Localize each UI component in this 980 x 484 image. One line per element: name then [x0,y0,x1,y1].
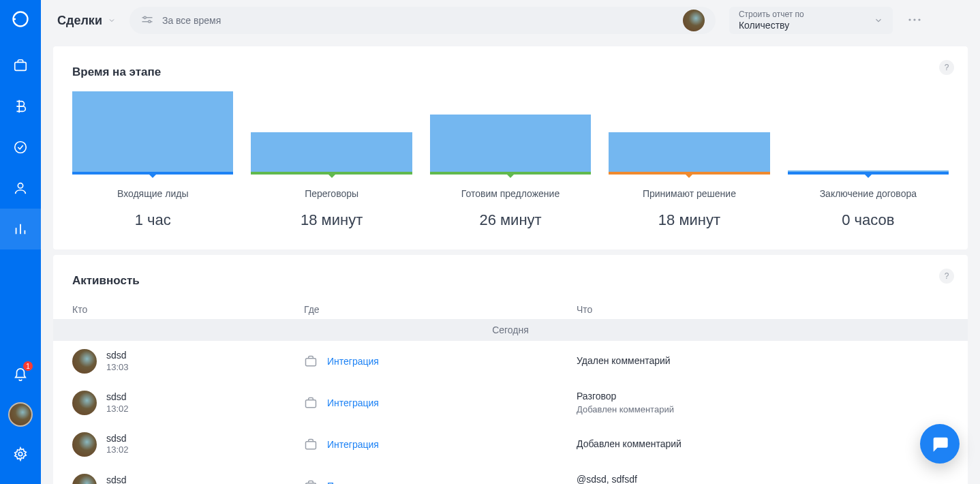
activity-user-name: sdsd [106,432,129,444]
activity-what: Удален комментарий [577,354,949,368]
nav-item-finance[interactable] [0,86,41,127]
activity-where: Печать визиток [304,479,577,484]
activity-col-who: Кто [72,304,304,315]
chat-fab[interactable] [920,424,960,464]
svg-rect-1 [15,62,27,70]
avatar[interactable] [72,391,97,415]
activity-what-sub: Добавлен комментарий [577,404,949,416]
activity-timestamp: 13:03 [106,362,129,374]
stage-bar-wrap [72,91,233,172]
notification-badge: 1 [23,361,33,371]
filter-avatar[interactable] [683,10,705,31]
activity-row[interactable]: sdsd 13:02 Интеграция Добавлен комментар… [72,424,949,465]
activity-col-where: Где [304,304,577,315]
avatar[interactable] [72,474,97,484]
chevron-down-icon [108,16,116,25]
stage-underline [609,172,769,175]
more-icon[interactable] [906,12,923,30]
activity-row[interactable]: sdsd 13:02 Интеграция Разговор Добавлен … [72,382,949,424]
stage-time-value: 0 часов [788,211,949,229]
svg-point-5 [144,16,146,18]
nav-item-notifications[interactable]: 1 [0,354,41,395]
avatar[interactable] [72,432,97,457]
stage-bar [430,115,591,172]
nav-rail: 1 [0,0,41,484]
activity-where-link[interactable]: Интеграция [327,397,379,408]
activity-who: sdsd 13:01 [72,474,304,484]
activity-user-name: sdsd [106,349,129,361]
filter-pill[interactable]: За все время [129,7,716,34]
nav-item-contacts[interactable] [0,168,41,209]
avatar[interactable] [72,349,97,374]
activity-where-link[interactable]: Интеграция [327,356,379,367]
stage-bar-wrap [251,91,412,172]
stage-time-value: 18 минут [609,211,769,229]
time-on-stage-title: Время на этапе [72,65,949,79]
activity-where: Интеграция [304,438,577,451]
report-builder-bottom: Количеству [739,20,804,32]
stage-underline [251,172,412,175]
svg-rect-12 [306,442,316,449]
briefcase-icon [304,396,318,410]
stage-bar-wrap [609,91,769,172]
activity-what-main: Разговор [577,390,949,404]
stage-column: Переговоры 18 минут [251,91,412,229]
nav-avatar[interactable] [8,402,33,427]
activity-where-link[interactable]: Печать визиток [327,481,395,484]
app-logo-icon[interactable] [11,10,30,29]
activity-timestamp: 13:02 [106,444,129,456]
svg-point-3 [18,183,22,188]
stage-bar-wrap [788,91,949,172]
activity-timestamp: 13:02 [106,404,129,415]
activity-header-row: Кто Где Что [72,300,949,319]
help-icon[interactable]: ? [939,60,954,75]
time-on-stage-card: ? Время на этапе Входящие лиды 1 час Пер… [53,46,968,249]
stage-bar [72,91,233,172]
activity-what: Добавлен комментарий [577,438,949,451]
stage-label: Заключение договора [788,188,949,199]
stage-label: Переговоры [251,188,412,199]
topbar: Сделки За все время Строить отчет по Кол… [41,0,980,41]
chevron-down-icon [874,16,883,25]
stage-label: Готовим предложение [430,188,591,199]
stage-bar [609,132,769,172]
report-builder-select[interactable]: Строить отчет по Количеству [729,7,893,34]
svg-point-7 [908,18,910,20]
stage-column: Входящие лиды 1 час [72,91,233,229]
activity-what: Разговор Добавлен комментарий [577,390,949,416]
activity-title: Активность [72,274,949,288]
page-switcher[interactable]: Сделки [57,14,116,28]
stage-time-value: 26 минут [430,211,591,229]
svg-point-2 [15,142,27,153]
svg-rect-11 [306,400,316,408]
briefcase-icon [304,354,318,368]
stage-underline [72,172,233,175]
svg-rect-10 [306,359,316,366]
activity-what-main: @sdsd, sdfsdf [577,473,949,484]
activity-where: Интеграция [304,354,577,368]
activity-who: sdsd 13:03 [72,349,304,374]
activity-row[interactable]: sdsd 13:03 Интеграция Удален комментарий [72,341,949,382]
activity-user-name: sdsd [106,391,129,403]
nav-item-reports[interactable] [0,209,41,249]
nav-item-settings[interactable] [0,434,41,474]
activity-row[interactable]: sdsd 13:01 Печать визиток @sdsd, sdfsdf … [72,465,949,484]
nav-item-deals[interactable] [0,45,41,86]
activity-what-main: Добавлен комментарий [577,438,949,451]
nav-item-tasks[interactable] [0,127,41,168]
activity-date-row: Сегодня [53,319,968,341]
activity-col-what: Что [577,304,949,315]
activity-card: ? Активность Кто Где Что Сегодня sdsd 13… [53,255,968,484]
help-icon[interactable]: ? [939,269,954,284]
stage-label: Принимают решение [609,188,769,199]
activity-what-main: Удален комментарий [577,354,949,368]
stage-time-value: 18 минут [251,211,412,229]
filter-label: За все время [162,15,221,26]
activity-where: Интеграция [304,396,577,410]
stage-column: Заключение договора 0 часов [788,91,949,229]
stage-column: Готовим предложение 26 минут [430,91,591,229]
activity-where-link[interactable]: Интеграция [327,439,379,450]
stage-time-value: 1 час [72,211,233,229]
activity-user-name: sdsd [106,474,129,484]
stage-underline [788,172,949,175]
